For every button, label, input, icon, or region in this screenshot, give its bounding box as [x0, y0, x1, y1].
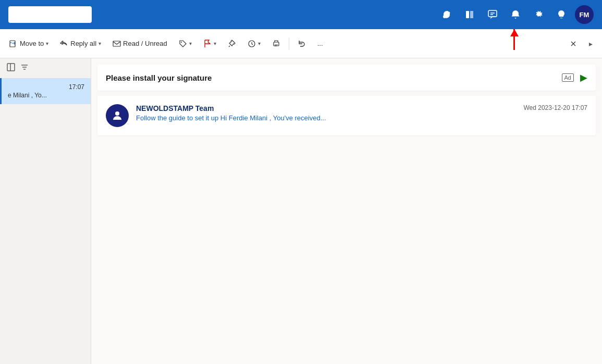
- bell-icon-button[interactable]: [506, 5, 525, 24]
- svg-point-6: [181, 42, 182, 43]
- email-card-content: NEWOLDSTAMP Team Wed 2023-12-20 17:07 Fo…: [136, 104, 587, 122]
- print-button[interactable]: [267, 34, 286, 53]
- svg-rect-5: [113, 41, 120, 46]
- read-unread-label: Read / Unread: [123, 40, 167, 47]
- undo-icon: [298, 40, 306, 48]
- top-bar-left: [8, 6, 92, 23]
- sender-avatar-icon: [111, 109, 124, 122]
- email-item-sender: e Milani , Yo...: [8, 92, 84, 99]
- subject-bar-right: Ad ▶: [562, 72, 587, 83]
- collapse-panel-button[interactable]: ▸: [584, 34, 598, 53]
- play-icon[interactable]: ▶: [580, 72, 587, 83]
- flag-chevron: ▾: [214, 41, 216, 46]
- snooze-button[interactable]: ▾: [242, 34, 266, 53]
- reading-pane-toggle-icon[interactable]: [6, 62, 16, 74]
- reply-all-chevron: ▾: [99, 41, 101, 46]
- reading-panel: Please install your signature Ad ▶ NEWOL…: [91, 58, 602, 364]
- sender-avatar: [106, 104, 129, 127]
- flag-button[interactable]: ▾: [198, 34, 222, 53]
- svg-rect-0: [466, 11, 469, 18]
- toolbar-separator: [289, 37, 289, 50]
- settings-icon-button[interactable]: [529, 5, 548, 24]
- skype-icon-button[interactable]: [437, 5, 456, 24]
- email-list-panel: 17:07 e Milani , Yo...: [0, 58, 91, 364]
- tag-button[interactable]: ▾: [174, 34, 197, 53]
- move-to-chevron: ▾: [46, 41, 48, 46]
- expand-button[interactable]: [564, 34, 583, 53]
- arrow-head: [510, 29, 519, 36]
- email-preview: Follow the guide to set it up Hi Ferdie …: [136, 114, 587, 122]
- move-to-icon: [9, 40, 18, 48]
- svg-point-14: [115, 111, 119, 116]
- snooze-chevron: ▾: [258, 41, 261, 46]
- pin-icon: [228, 40, 236, 48]
- svg-rect-1: [470, 11, 473, 18]
- tag-chevron: ▾: [189, 41, 192, 46]
- chevron-right-icon: ▸: [589, 40, 593, 48]
- office-icon-button[interactable]: [460, 5, 479, 24]
- email-sender-name: NEWOLDSTAMP Team: [136, 104, 214, 112]
- top-bar-right: FM: [437, 5, 594, 24]
- avatar-initials: FM: [580, 11, 589, 19]
- pin-button[interactable]: [223, 34, 241, 53]
- filter-icon[interactable]: [20, 62, 29, 74]
- move-to-label: Move to: [20, 40, 44, 47]
- undo-button[interactable]: [292, 34, 311, 53]
- email-card: NEWOLDSTAMP Team Wed 2023-12-20 17:07 Fo…: [97, 96, 596, 135]
- lightbulb-icon-button[interactable]: [552, 5, 571, 24]
- expand-icon: [569, 40, 578, 48]
- read-unread-icon: [113, 40, 121, 48]
- search-input[interactable]: [8, 6, 92, 23]
- top-bar: FM: [0, 0, 602, 29]
- read-unread-button[interactable]: Read / Unread: [107, 34, 173, 53]
- more-options-button[interactable]: ...: [312, 34, 328, 53]
- email-subject-title: Please install your signature: [106, 73, 212, 82]
- reply-all-label: Reply all: [70, 40, 96, 47]
- flag-icon: [203, 40, 212, 48]
- svg-rect-2: [488, 10, 497, 17]
- email-item-time: 17:07: [8, 83, 84, 91]
- print-icon: [272, 40, 280, 48]
- toolbar-right: ▸: [564, 34, 598, 53]
- reply-all-button[interactable]: Reply all ▾: [55, 34, 106, 53]
- more-options-label: ...: [317, 40, 323, 47]
- svg-point-4: [10, 42, 11, 43]
- email-list-header: [0, 58, 91, 78]
- email-preview-text: Follow the guide to set it up Hi Ferdie …: [136, 114, 326, 122]
- main-area: 17:07 e Milani , Yo... Please install yo…: [0, 58, 602, 364]
- email-list-item[interactable]: 17:07 e Milani , Yo...: [0, 78, 91, 104]
- move-to-button[interactable]: Move to ▾: [4, 34, 54, 53]
- clock-icon: [248, 40, 256, 48]
- tag-icon: [179, 40, 187, 48]
- ad-badge: Ad: [562, 73, 574, 82]
- feedback-icon-button[interactable]: [483, 5, 502, 24]
- email-date: Wed 2023-12-20 17:07: [523, 104, 587, 111]
- svg-rect-8: [274, 42, 279, 46]
- svg-rect-9: [7, 64, 15, 71]
- user-avatar-button[interactable]: FM: [575, 5, 594, 24]
- subject-bar: Please install your signature Ad ▶: [97, 65, 596, 91]
- red-arrow-indicator: [513, 29, 515, 50]
- email-card-header: NEWOLDSTAMP Team Wed 2023-12-20 17:07: [136, 104, 587, 112]
- reply-all-icon: [60, 40, 68, 48]
